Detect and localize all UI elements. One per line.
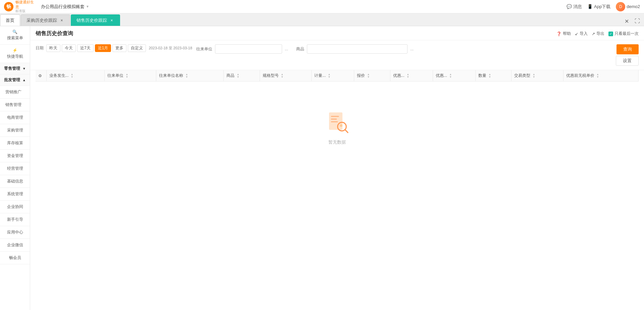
export-btn[interactable]: ↗ 导出 — [592, 31, 604, 37]
date-range-display: 2023-02-18 至 2023-03-18 — [149, 46, 192, 51]
sort-icons-discount2: ▲ ▼ — [449, 73, 452, 79]
app-download-btn[interactable]: 📱 App下载 — [587, 4, 610, 10]
date-btn-more[interactable]: 更多 — [112, 44, 126, 52]
sidebar-item-marketing[interactable]: 营销推广 — [0, 86, 30, 99]
chevron-up-icon: ▲ — [22, 78, 26, 82]
filter-inputs-row: 往来单位 ... 商品 ... — [196, 44, 612, 54]
svg-point-6 — [340, 124, 342, 127]
col-discount1[interactable]: 优惠... ▲ ▼ — [390, 70, 433, 82]
sort-icons-partner-code: ▲ ▼ — [126, 73, 128, 79]
col-settings[interactable]: ⚙ — [36, 70, 46, 82]
sidebar-item-retail-mgmt[interactable]: 零售管理 ▼ — [0, 63, 30, 74]
company-name: 办公用品行业模拟账套 — [41, 4, 85, 10]
message-icon: 💬 — [567, 4, 572, 9]
query-button[interactable]: 查询 — [616, 44, 639, 54]
col-price-before-tax[interactable]: 优惠前无税单价 ▲ ▼ — [563, 70, 638, 82]
sidebar-item-inventory[interactable]: 库存核算 — [0, 137, 30, 150]
avatar: D — [616, 2, 625, 11]
sidebar-item-tutorial[interactable]: 新手引导 — [0, 213, 30, 226]
tab-close-purchase[interactable]: × — [59, 18, 64, 23]
chevron-down-icon: ▼ — [22, 67, 26, 70]
date-btn-7days[interactable]: 近7天 — [77, 44, 94, 52]
col-quote[interactable]: 报价 ▲ ▼ — [354, 70, 390, 82]
sort-icons-product: ▲ ▼ — [237, 73, 239, 79]
dropdown-icon: ▼ — [86, 5, 89, 8]
table-settings-icon[interactable]: ⚙ — [38, 73, 42, 78]
col-trade-type[interactable]: 交易类型 ▲ ▼ — [512, 70, 563, 82]
filter-area: 日期 昨天 今天 近7天 近1月 更多 自定义 2023-02-18 至 202… — [30, 40, 644, 70]
sidebar-item-finance[interactable]: 资金管理 — [0, 150, 30, 162]
tab-close-sales[interactable]: × — [109, 18, 114, 23]
sidebar-item-system-mgmt[interactable]: 系统管理 — [0, 188, 30, 201]
col-unit[interactable]: 计量... ▲ ▼ — [312, 70, 354, 82]
date-btn-1month[interactable]: 近1月 — [95, 44, 111, 52]
sort-icons-spec: ▲ ▼ — [281, 73, 283, 79]
quick-nav-icon: ⚡ — [12, 48, 17, 53]
company-selector[interactable]: 办公用品行业模拟账套 ▼ — [38, 2, 92, 11]
date-btn-today[interactable]: 今天 — [62, 44, 76, 52]
col-biz-date[interactable]: 业务发生... ▲ ▼ — [46, 70, 105, 82]
sort-icons-price-before-tax: ▲ ▼ — [596, 73, 599, 79]
sort-icons-trade-type: ▲ ▼ — [533, 73, 535, 79]
message-btn[interactable]: 💬 消息 — [567, 4, 582, 10]
table-container: ⚙ 业务发生... ▲ ▼ 往来单位 ▲ — [30, 70, 644, 159]
partner-dots[interactable]: ... — [285, 47, 288, 51]
tab-close-all-btn[interactable]: ✕ — [623, 17, 631, 25]
checkbox-checked-icon: ✓ — [608, 32, 613, 36]
sidebar-item-app-center[interactable]: 应用中心 — [0, 226, 30, 239]
tab-fullscreen-btn[interactable]: ⛶ — [633, 17, 641, 25]
page-actions: ❓ 帮助 ↙ 导入 ↗ 导出 ✓ 只看最后一次 — [556, 31, 639, 37]
logo-icon: 畅 — [4, 2, 13, 11]
user-area[interactable]: D demo2 — [616, 2, 640, 11]
import-btn[interactable]: ↙ 导入 — [575, 31, 588, 37]
import-icon: ↙ — [575, 32, 578, 36]
col-qty[interactable]: 数量 ▲ ▼ — [475, 70, 512, 82]
sidebar-item-operations[interactable]: 经营管理 — [0, 162, 30, 175]
col-product[interactable]: 商品 ▲ ▼ — [224, 70, 260, 82]
sort-icons-partner-name: ▲ ▼ — [185, 73, 188, 79]
tab-bar-actions: ✕ ⛶ — [623, 17, 644, 26]
col-partner-code[interactable]: 往来单位 ▲ ▼ — [105, 70, 156, 82]
partner-input[interactable] — [215, 44, 282, 54]
search-icon: 🔍 — [12, 30, 17, 34]
col-partner-name[interactable]: 往来单位名称 ▲ ▼ — [156, 70, 224, 82]
sidebar-item-basic-info[interactable]: 基础信息 — [0, 175, 30, 188]
svg-rect-3 — [331, 121, 338, 122]
sort-icons-discount1: ▲ ▼ — [407, 73, 409, 79]
sidebar-item-ecommerce[interactable]: 电商管理 — [0, 111, 30, 124]
partner-label: 往来单位 — [196, 46, 212, 52]
product-dots[interactable]: ... — [410, 47, 414, 51]
sidebar-item-sales-mgmt[interactable]: 销售管理 — [0, 99, 30, 111]
content-area: 销售历史价查询 ❓ 帮助 ↙ 导入 ↗ 导出 ✓ 只看最后一次 — [30, 26, 644, 310]
tab-home[interactable]: 首页 — [0, 14, 20, 26]
col-discount2[interactable]: 优惠... ▲ ▼ — [433, 70, 475, 82]
svg-rect-0 — [329, 112, 342, 130]
help-icon: ❓ — [556, 32, 561, 36]
date-btn-custom[interactable]: 自定义 — [128, 44, 146, 52]
svg-rect-2 — [331, 118, 337, 119]
tab-purchase-history[interactable]: 采购历史价跟踪 × — [21, 14, 70, 26]
product-input[interactable] — [307, 44, 408, 54]
main-layout: 🔍 搜索菜单 ⚡ 快捷导航 零售管理 ▼ 批发管理 ▲ 营销推广 销售管理 电商… — [0, 26, 644, 310]
sidebar-item-search[interactable]: 🔍 搜索菜单 — [0, 26, 30, 45]
sidebar-item-enterprise-wechat[interactable]: 企业微信 — [0, 239, 30, 252]
sidebar: 🔍 搜索菜单 ⚡ 快捷导航 零售管理 ▼ 批发管理 ▲ 营销推广 销售管理 电商… — [0, 26, 30, 310]
logo-text: 畅捷通好生意 标准版 — [15, 0, 36, 13]
sidebar-item-quick-nav[interactable]: ⚡ 快捷导航 — [0, 45, 30, 63]
page-title: 销售历史价查询 — [36, 30, 73, 37]
sidebar-item-purchase-mgmt[interactable]: 采购管理 — [0, 124, 30, 137]
date-buttons: 昨天 今天 近7天 近1月 更多 自定义 — [46, 44, 146, 52]
help-btn[interactable]: ❓ 帮助 — [556, 31, 571, 37]
top-bar-right: 💬 消息 📱 App下载 D demo2 — [567, 2, 640, 11]
svg-line-5 — [345, 130, 348, 133]
sort-icons-quote: ▲ ▼ — [367, 73, 370, 79]
sidebar-item-enterprise-collab[interactable]: 企业协同 — [0, 201, 30, 213]
date-btn-yesterday[interactable]: 昨天 — [46, 44, 60, 52]
col-spec[interactable]: 规格型号 ▲ ▼ — [260, 70, 311, 82]
tab-sales-history[interactable]: 销售历史价跟踪 × — [71, 14, 120, 26]
sidebar-item-membership[interactable]: 畅会员 — [0, 252, 30, 264]
empty-state: 暂无数据 — [36, 82, 639, 159]
only-last-checkbox-label[interactable]: ✓ 只看最后一次 — [608, 31, 639, 37]
sidebar-item-wholesale-mgmt[interactable]: 批发管理 ▲ — [0, 74, 30, 86]
settings-button[interactable]: 设置 — [616, 56, 639, 66]
